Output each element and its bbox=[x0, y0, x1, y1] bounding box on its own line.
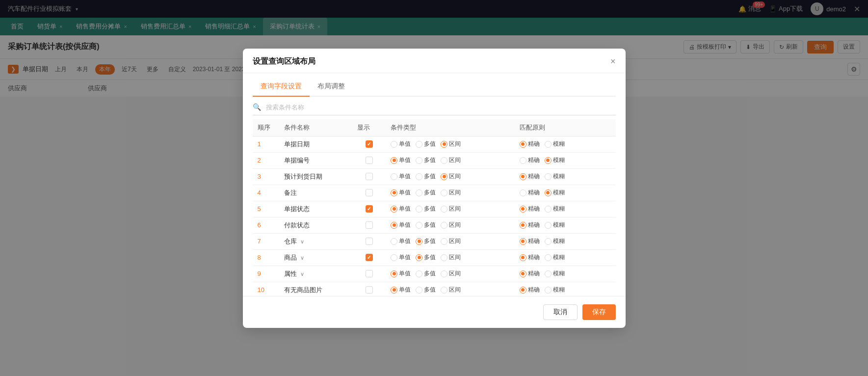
show-checkbox[interactable] bbox=[366, 157, 373, 164]
show-checkbox[interactable] bbox=[366, 173, 373, 180]
type-radio-option[interactable]: 区间 bbox=[441, 188, 461, 197]
type-radio-option[interactable]: 区间 bbox=[441, 253, 461, 262]
type-radio-option[interactable]: 单值 bbox=[391, 205, 411, 213]
type-radio-option[interactable]: 多值 bbox=[416, 253, 436, 262]
show-checkbox[interactable] bbox=[366, 286, 373, 294]
match-radio-option[interactable]: 模糊 bbox=[545, 205, 565, 213]
type-radio-option[interactable]: 多值 bbox=[416, 237, 436, 245]
cell-show bbox=[352, 233, 386, 249]
match-radio-option[interactable]: 精确 bbox=[520, 269, 540, 278]
search-input[interactable] bbox=[263, 103, 361, 112]
match-radio-option[interactable]: 模糊 bbox=[545, 253, 565, 262]
radio-dot bbox=[520, 141, 526, 148]
radio-dot bbox=[545, 189, 552, 196]
match-radio-option[interactable]: 模糊 bbox=[545, 188, 565, 197]
match-radio-option[interactable]: 精确 bbox=[520, 172, 540, 181]
type-radio-option[interactable]: 区间 bbox=[441, 221, 461, 229]
cancel-btn[interactable]: 取消 bbox=[543, 304, 578, 320]
match-radio-option[interactable]: 模糊 bbox=[545, 140, 565, 148]
type-radio-option[interactable]: 多值 bbox=[416, 205, 436, 213]
radio-label: 多值 bbox=[424, 237, 436, 245]
type-radio-option[interactable]: 单值 bbox=[391, 269, 411, 278]
type-radio-option[interactable]: 单值 bbox=[391, 221, 411, 229]
match-radio-option[interactable]: 精确 bbox=[520, 286, 540, 294]
save-btn[interactable]: 保存 bbox=[582, 304, 616, 320]
match-radio-option[interactable]: 精确 bbox=[520, 237, 540, 245]
type-radio-option[interactable]: 区间 bbox=[441, 156, 461, 164]
type-radio-option[interactable]: 区间 bbox=[441, 140, 461, 148]
type-radio-option[interactable]: 多值 bbox=[416, 286, 436, 294]
show-checkbox[interactable] bbox=[366, 238, 373, 245]
match-radio-option[interactable]: 模糊 bbox=[545, 269, 565, 278]
table-row: 2单据编号单值多值区间精确模糊 bbox=[253, 152, 616, 168]
radio-dot bbox=[441, 189, 447, 196]
table-scroll-area[interactable]: 顺序 条件名称 显示 条件类型 匹配原则 1单据日期单值多值区间精确模糊2单据编… bbox=[253, 119, 616, 296]
show-checkbox[interactable] bbox=[366, 189, 373, 196]
type-radio-option[interactable]: 区间 bbox=[441, 172, 461, 181]
match-radio-option[interactable]: 精确 bbox=[520, 156, 540, 164]
radio-label: 模糊 bbox=[553, 205, 565, 213]
type-radio-option[interactable]: 单值 bbox=[391, 286, 411, 294]
show-checkbox[interactable] bbox=[366, 221, 373, 229]
type-radio-option[interactable]: 多值 bbox=[416, 188, 436, 197]
match-radio-option[interactable]: 精确 bbox=[520, 253, 540, 262]
type-radio-option[interactable]: 单值 bbox=[391, 237, 411, 245]
modal-body: 查询字段设置布局调整 🔍 顺序 条件名称 显示 条件类型 匹配原则 bbox=[243, 73, 626, 296]
expand-arrow-icon[interactable]: ∨ bbox=[299, 239, 304, 244]
radio-label: 精确 bbox=[528, 140, 540, 148]
match-radio-option[interactable]: 精确 bbox=[520, 221, 540, 229]
match-radio-option[interactable]: 精确 bbox=[520, 205, 540, 213]
cell-type: 单值多值区间 bbox=[386, 217, 515, 233]
match-radio-option[interactable]: 精确 bbox=[520, 188, 540, 197]
modal-tab[interactable]: 布局调整 bbox=[310, 79, 353, 97]
radio-dot bbox=[441, 287, 447, 294]
match-radio-option[interactable]: 模糊 bbox=[545, 221, 565, 229]
type-radio-option[interactable]: 单值 bbox=[391, 140, 411, 148]
type-radio-option[interactable]: 区间 bbox=[441, 237, 461, 245]
cell-order: 7 bbox=[253, 233, 280, 249]
radio-dot bbox=[545, 287, 552, 294]
expand-arrow-icon[interactable]: ∨ bbox=[299, 255, 304, 261]
modal-tab[interactable]: 查询字段设置 bbox=[253, 79, 310, 97]
order-number: 10 bbox=[258, 286, 264, 294]
radio-dot bbox=[520, 238, 526, 245]
match-radio-option[interactable]: 模糊 bbox=[545, 172, 565, 181]
match-radio-option[interactable]: 模糊 bbox=[545, 156, 565, 164]
type-radio-option[interactable]: 单值 bbox=[391, 172, 411, 181]
type-radio-option[interactable]: 区间 bbox=[441, 286, 461, 294]
radio-dot bbox=[391, 222, 397, 229]
cell-match: 精确模糊 bbox=[515, 266, 616, 282]
type-radio-option[interactable]: 多值 bbox=[416, 269, 436, 278]
radio-label: 多值 bbox=[424, 286, 436, 294]
radio-label: 模糊 bbox=[553, 172, 565, 181]
type-radio-option[interactable]: 单值 bbox=[391, 156, 411, 164]
show-checkbox[interactable] bbox=[366, 270, 373, 277]
cell-type: 单值多值区间 bbox=[386, 185, 515, 201]
type-radio-option[interactable]: 多值 bbox=[416, 221, 436, 229]
type-radio-option[interactable]: 区间 bbox=[441, 269, 461, 278]
cell-type: 单值多值区间 bbox=[386, 168, 515, 185]
order-number: 8 bbox=[258, 254, 261, 261]
radio-label: 区间 bbox=[449, 205, 461, 213]
modal-close-btn[interactable]: × bbox=[610, 57, 616, 66]
type-radio-option[interactable]: 区间 bbox=[441, 205, 461, 213]
match-radio-option[interactable]: 精确 bbox=[520, 140, 540, 148]
modal-overlay[interactable]: 设置查询区域布局 × 查询字段设置布局调整 🔍 顺序 条件名称 显示 条件类型 bbox=[0, 0, 868, 376]
cell-type: 单值多值区间 bbox=[386, 233, 515, 249]
show-checkbox[interactable] bbox=[366, 254, 373, 261]
order-number: 1 bbox=[258, 140, 261, 148]
radio-label: 多值 bbox=[424, 188, 436, 197]
cell-show bbox=[352, 217, 386, 233]
radio-dot bbox=[520, 222, 526, 229]
show-checkbox[interactable] bbox=[366, 140, 373, 148]
type-radio-option[interactable]: 多值 bbox=[416, 156, 436, 164]
type-radio-option[interactable]: 单值 bbox=[391, 188, 411, 197]
match-radio-option[interactable]: 模糊 bbox=[545, 286, 565, 294]
type-radio-option[interactable]: 多值 bbox=[416, 172, 436, 181]
show-checkbox[interactable] bbox=[366, 205, 373, 213]
radio-label: 区间 bbox=[449, 172, 461, 181]
type-radio-option[interactable]: 多值 bbox=[416, 140, 436, 148]
match-radio-option[interactable]: 模糊 bbox=[545, 237, 565, 245]
type-radio-option[interactable]: 单值 bbox=[391, 253, 411, 262]
expand-arrow-icon[interactable]: ∨ bbox=[299, 271, 304, 277]
